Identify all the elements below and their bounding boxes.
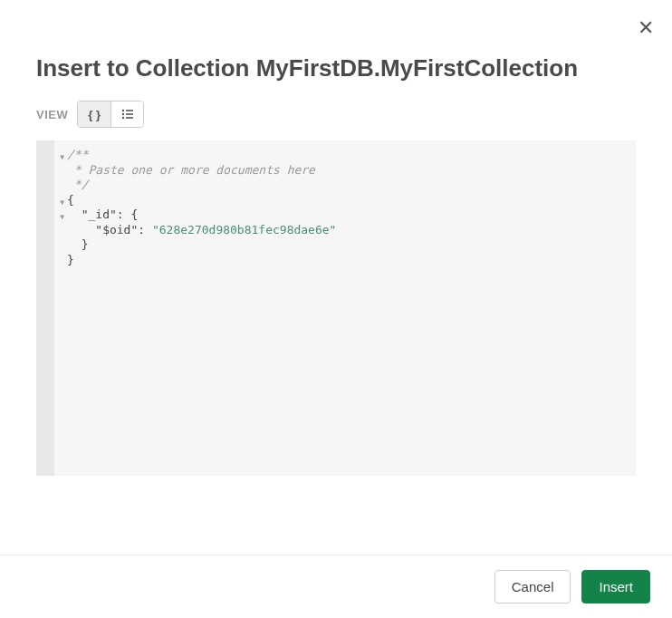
modal-title: Insert to Collection MyFirstDB.MyFirstCo… — [36, 54, 636, 82]
editor-gutter: 1▼ 2 3 4▼ 5▼ 6 7 8 — [36, 148, 54, 267]
insert-button[interactable]: Insert — [581, 570, 650, 604]
cancel-button[interactable]: Cancel — [494, 570, 571, 604]
braces-icon: { } — [88, 108, 101, 121]
close-icon: ✕ — [638, 16, 654, 39]
svg-point-0 — [122, 110, 124, 111]
list-icon — [121, 108, 134, 121]
svg-rect-1 — [126, 110, 133, 111]
view-toggle-row: VIEW { } — [36, 101, 636, 128]
code-editor[interactable]: 1▼ 2 3 4▼ 5▼ 6 7 8 /** * Paste one or mo… — [36, 140, 636, 476]
close-button[interactable]: ✕ — [638, 18, 654, 38]
view-list-button[interactable] — [110, 101, 143, 127]
svg-rect-3 — [126, 113, 133, 115]
svg-point-4 — [122, 117, 124, 119]
modal-footer: Cancel Insert — [0, 555, 672, 618]
svg-point-2 — [122, 113, 124, 115]
svg-rect-5 — [126, 117, 133, 119]
editor-content: /** * Paste one or more documents here *… — [54, 140, 636, 267]
view-json-button[interactable]: { } — [78, 101, 110, 127]
view-label: VIEW — [36, 108, 68, 121]
insert-modal: Insert to Collection MyFirstDB.MyFirstCo… — [0, 0, 672, 476]
view-toggle-group: { } — [77, 101, 144, 128]
